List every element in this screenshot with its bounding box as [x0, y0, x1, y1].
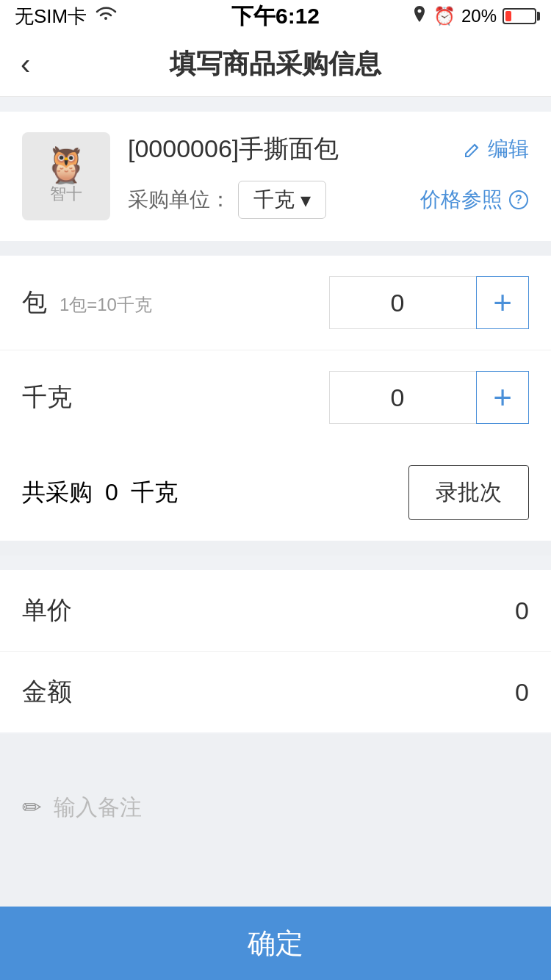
bag-label: 包 [22, 288, 47, 316]
bag-label-group: 包 1包=10千克 [22, 286, 329, 320]
confirm-label: 确定 [248, 925, 303, 962]
unit-dropdown-icon: ▾ [300, 188, 311, 212]
main-content: 🦉 智十 [0000006]手撕面包 编辑 采购单位： [0, 112, 551, 980]
status-bar: 无SIM卡 下午6:12 ⏰ 20% [0, 0, 551, 32]
carrier-text: 无SIM卡 [15, 4, 87, 29]
unit-select[interactable]: 千克 ▾ [238, 181, 326, 219]
kg-label: 千克 [22, 383, 72, 411]
battery-text: 20% [461, 6, 497, 26]
product-image-owl: 🦉 [44, 148, 88, 183]
product-name: [0000006]手撕面包 [128, 132, 339, 166]
bag-plus-button[interactable]: + [476, 276, 529, 329]
record-batch-button[interactable]: 录批次 [408, 465, 529, 520]
total-row: 共采购 0 千克 录批次 [0, 444, 551, 541]
remarks-placeholder: 输入备注 [54, 793, 142, 823]
kg-quantity-input[interactable] [329, 371, 476, 424]
location-icon [411, 5, 428, 27]
pricing-section: 单价 0 金额 0 [0, 570, 551, 732]
status-bar-right: ⏰ 20% [411, 5, 536, 27]
divider-2 [0, 541, 551, 555]
total-value: 0 [105, 479, 118, 505]
total-text: 共采购 0 千克 [22, 477, 178, 509]
bag-quantity-input[interactable] [329, 276, 476, 329]
svg-text:?: ? [515, 193, 522, 206]
total-unit: 千克 [131, 479, 178, 505]
page-title: 填写商品采购信息 [170, 46, 381, 82]
input-section: 包 1包=10千克 + 千克 + [0, 256, 551, 444]
unit-price-label: 单价 [22, 594, 72, 627]
unit-label: 采购单位： [128, 186, 231, 214]
amount-value: 0 [515, 678, 529, 707]
price-ref-button[interactable]: 价格参照 ? [420, 186, 529, 214]
total-label: 共采购 [22, 479, 93, 505]
kg-label-group: 千克 [22, 381, 329, 414]
amount-label: 金额 [22, 675, 72, 709]
bag-input-row: 包 1包=10千克 + [0, 256, 551, 350]
back-button[interactable]: ‹ [21, 48, 30, 81]
unit-price-row: 单价 0 [0, 570, 551, 652]
wifi-icon [94, 5, 118, 28]
kg-input-row: 千克 + [0, 350, 551, 444]
edit-label: 编辑 [488, 135, 529, 163]
product-header: [0000006]手撕面包 编辑 [128, 132, 529, 166]
divider-1 [0, 241, 551, 256]
bag-input-control: + [329, 276, 529, 329]
kg-plus-button[interactable]: + [476, 371, 529, 424]
product-card: 🦉 智十 [0000006]手撕面包 编辑 采购单位： [0, 112, 551, 241]
product-info: [0000006]手撕面包 编辑 采购单位： 千克 ▾ [128, 132, 529, 219]
edit-button[interactable]: 编辑 [463, 135, 529, 163]
product-image-label: 智十 [44, 183, 88, 205]
unit-price-value: 0 [515, 597, 529, 625]
unit-value: 千克 [253, 186, 295, 214]
alarm-icon: ⏰ [433, 6, 455, 26]
product-unit-row: 采购单位： 千克 ▾ 价格参照 ? [128, 181, 529, 219]
bag-sublabel: 1包=10千克 [60, 295, 152, 314]
product-image: 🦉 智十 [22, 132, 110, 220]
pencil-icon: ✏ [22, 793, 42, 821]
amount-row: 金额 0 [0, 652, 551, 732]
nav-bar: ‹ 填写商品采购信息 [0, 32, 551, 97]
price-ref-label: 价格参照 [420, 186, 503, 214]
kg-input-control: + [329, 371, 529, 424]
status-bar-time: 下午6:12 [231, 1, 320, 32]
remarks-section[interactable]: ✏ 输入备注 [0, 734, 551, 881]
confirm-bar[interactable]: 确定 [0, 907, 551, 980]
status-bar-left: 无SIM卡 [15, 4, 118, 29]
battery-icon [503, 8, 536, 24]
